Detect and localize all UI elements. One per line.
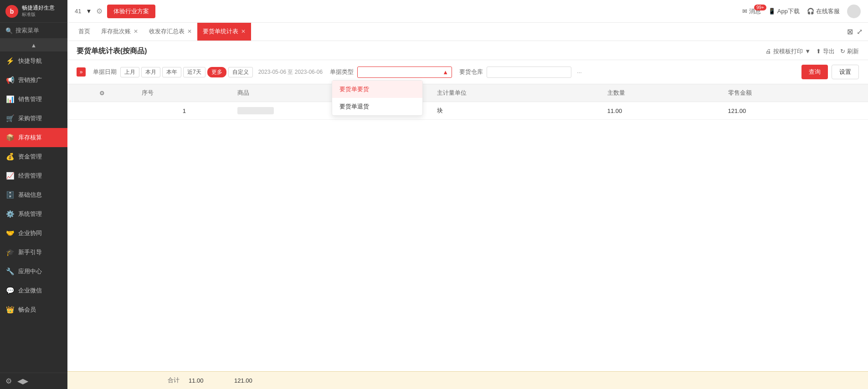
- headset-icon: 🎧: [807, 8, 814, 15]
- type-select-input[interactable]: [357, 67, 452, 78]
- app-edition: 标准版: [22, 11, 55, 18]
- message-item[interactable]: ✉ 消息 99+: [742, 7, 761, 15]
- topbar-number: 41: [75, 8, 81, 15]
- nav-label-9: 企业协同: [18, 229, 42, 237]
- date-last-month[interactable]: 上月: [120, 67, 139, 77]
- date-custom[interactable]: 自定义: [228, 67, 253, 77]
- nav-label-1: 营销推广: [18, 76, 42, 84]
- tabs-bar: 首页 库存批次账 ✕ 收发存汇总表 ✕ 要货单统计表 ✕ ⊠ ⤢: [67, 23, 868, 41]
- sidebar-item-快捷导航[interactable]: ⚡快捷导航: [0, 51, 67, 71]
- app-download-item[interactable]: 📱 App下载: [768, 7, 800, 15]
- sidebar-item-销售管理[interactable]: 📊销售管理: [0, 90, 67, 109]
- tab-home-label: 首页: [78, 27, 90, 36]
- tab-inventory-batch-label: 库存批次账: [101, 27, 131, 36]
- sidebar-item-基础信息[interactable]: 🗄️基础信息: [0, 185, 67, 205]
- date-more[interactable]: 更多: [207, 67, 226, 77]
- export-button[interactable]: ⬆ 导出: [816, 47, 835, 56]
- date-this-year[interactable]: 本年: [162, 67, 181, 77]
- phone-icon: 📱: [768, 8, 776, 15]
- nav-label-8: 系统管理: [18, 210, 42, 218]
- online-service-item[interactable]: 🎧 在线客服: [807, 7, 840, 15]
- nav-label-5: 资金管理: [18, 153, 42, 161]
- sidebar-item-企业微信[interactable]: 💬企业微信: [0, 281, 67, 300]
- date-last-7days[interactable]: 近7天: [183, 67, 205, 77]
- print-icon: 🖨: [765, 48, 771, 55]
- warehouse-input[interactable]: [487, 67, 571, 78]
- row-gear: [67, 102, 136, 120]
- sidebar-item-营销推广[interactable]: 📢营销推广: [0, 71, 67, 90]
- tab-home[interactable]: 首页: [73, 23, 96, 41]
- sidebar-item-库存核算[interactable]: 📦库存核算: [0, 128, 67, 147]
- nav-label-3: 采购管理: [18, 114, 42, 123]
- nav-icon-7: 🗄️: [5, 191, 15, 199]
- sidebar-item-企业协同[interactable]: 🤝企业协同: [0, 224, 67, 243]
- summary-label: 合计: [77, 376, 180, 384]
- type-filter-group: 单据类型 ▲: [330, 67, 452, 78]
- refresh-button[interactable]: ↻ 刷新: [840, 47, 859, 56]
- main-table: ⚙ 序号 商品 主计量单位 主数量 零售金额 1 块 11.00 121.00: [67, 84, 868, 120]
- page-header: 要货单统计表(按商品) 🖨 按模板打印 ▼ ⬆ 导出 ↻ 刷新: [67, 41, 868, 60]
- collapse-icon[interactable]: ◀▶: [17, 377, 28, 385]
- nav-icon-6: 📈: [5, 172, 15, 180]
- nav-icon-13: 👑: [5, 306, 15, 314]
- sidebar-item-应用中心[interactable]: 🔧应用中心: [0, 262, 67, 281]
- nav-label-11: 应用中心: [18, 267, 42, 276]
- type-filter-label: 单据类型: [330, 68, 354, 76]
- date-range-text: 2023-05-06 至 2023-06-06: [258, 68, 323, 76]
- main-area: 41 ▼ ⚙ 体验行业方案 ✉ 消息 99+ 📱 App下载 🎧 在线客服: [67, 0, 868, 389]
- dropdown-option-order[interactable]: 要货单要货: [332, 81, 422, 98]
- nav-icon-11: 🔧: [5, 267, 15, 276]
- nav-label-10: 新手引导: [18, 248, 42, 256]
- print-chevron-icon: ▼: [805, 48, 811, 55]
- fullscreen-icon[interactable]: ⤢: [857, 27, 863, 36]
- search-menu[interactable]: 🔍 搜索菜单: [0, 23, 67, 39]
- topbar-gear-icon[interactable]: ⚙: [96, 7, 103, 15]
- summary-main-qty: 11.00: [189, 377, 234, 384]
- nav-label-0: 快捷导航: [18, 57, 42, 65]
- topbar: 41 ▼ ⚙ 体验行业方案 ✉ 消息 99+ 📱 App下载 🎧 在线客服: [67, 0, 868, 23]
- filter-toggle-button[interactable]: »: [77, 67, 86, 77]
- sidebar-item-采购管理[interactable]: 🛒采购管理: [0, 109, 67, 128]
- nav-icon-1: 📢: [5, 76, 15, 84]
- tab-summary-close[interactable]: ✕: [187, 28, 192, 35]
- dropdown-option-return[interactable]: 要货单退货: [332, 98, 422, 115]
- table-wrapper: ⚙ 序号 商品 主计量单位 主数量 零售金额 1 块 11.00 121.00: [67, 84, 868, 371]
- trial-button[interactable]: 体验行业方案: [107, 5, 155, 18]
- col-main-qty: 主数量: [602, 84, 723, 102]
- tab-inventory-batch-close[interactable]: ✕: [134, 28, 138, 35]
- sidebar-item-畅会员[interactable]: 👑畅会员: [0, 300, 67, 319]
- scroll-up-button[interactable]: ▲: [0, 39, 67, 51]
- topbar-dropdown[interactable]: ▼: [86, 8, 92, 15]
- tab-order-stats-close[interactable]: ✕: [241, 28, 246, 35]
- more-filters-icon[interactable]: ···: [577, 69, 582, 76]
- sidebar-item-资金管理[interactable]: 💰资金管理: [0, 147, 67, 166]
- tab-expand: ⊠ ⤢: [847, 27, 863, 36]
- nav-icon-2: 📊: [5, 95, 15, 103]
- nav-icon-12: 💬: [5, 287, 15, 295]
- sidebar-item-经营管理[interactable]: 📈经营管理: [0, 166, 67, 185]
- table-body: 1 块 11.00 121.00: [67, 102, 868, 120]
- settings-gear-icon[interactable]: ⚙: [99, 90, 105, 97]
- row-main-qty: 11.00: [602, 102, 723, 120]
- nav-icon-3: 🛒: [5, 114, 15, 123]
- expand-icon[interactable]: ⊠: [847, 27, 853, 36]
- type-dropdown-popup: 要货单要货 要货单退货: [332, 80, 423, 116]
- col-unit: 主计量单位: [431, 84, 602, 102]
- print-button[interactable]: 🖨 按模板打印 ▼: [765, 47, 811, 56]
- tab-order-stats[interactable]: 要货单统计表 ✕: [197, 23, 251, 41]
- tab-inventory-batch[interactable]: 库存批次账 ✕: [96, 23, 144, 41]
- date-this-month[interactable]: 本月: [141, 67, 160, 77]
- sidebar-logo: b 畅捷通好生意 标准版: [0, 0, 67, 23]
- user-avatar[interactable]: [847, 5, 861, 18]
- nav-label-2: 销售管理: [18, 95, 42, 103]
- sidebar-item-新手引导[interactable]: 🎓新手引导: [0, 243, 67, 262]
- settings-icon[interactable]: ⚙: [5, 377, 12, 385]
- sidebar-item-系统管理[interactable]: ⚙️系统管理: [0, 205, 67, 224]
- tab-summary[interactable]: 收发存汇总表 ✕: [144, 23, 197, 41]
- nav-icon-5: 💰: [5, 153, 15, 161]
- table-row: 1 块 11.00 121.00: [67, 102, 868, 120]
- query-button[interactable]: 查询: [801, 65, 828, 79]
- filter-settings-button[interactable]: 设置: [832, 65, 859, 79]
- col-retail-amt: 零售金额: [723, 84, 868, 102]
- refresh-icon: ↻: [840, 48, 845, 55]
